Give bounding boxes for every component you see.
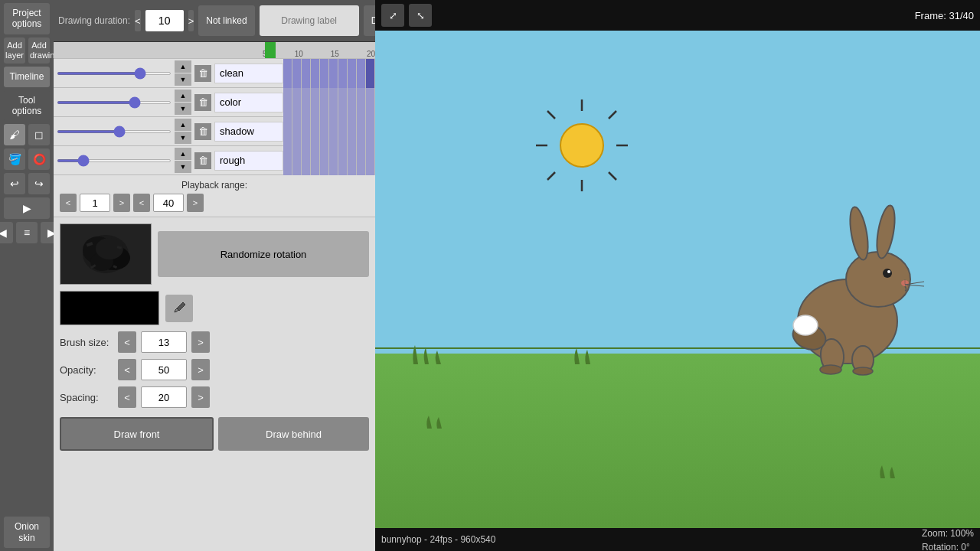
layer-rough-down-button[interactable]: ▼ bbox=[175, 161, 191, 173]
brush-texture-svg bbox=[67, 227, 144, 281]
svg-point-17 bbox=[560, 124, 603, 167]
brush-preview bbox=[60, 223, 152, 285]
onion-skin-button[interactable]: Onion skin bbox=[4, 517, 50, 548]
rotation-info: Rotation: 0° bbox=[922, 542, 970, 551]
sun-svg bbox=[532, 96, 632, 195]
brush-size-increase-button[interactable]: > bbox=[191, 331, 210, 353]
layer-shadow-timeline bbox=[283, 117, 375, 146]
layer-clean-down-button[interactable]: ▼ bbox=[175, 73, 191, 86]
draw-tools-row: 🖌 ◻ bbox=[4, 124, 50, 145]
layer-shadow-opacity-slider[interactable] bbox=[57, 130, 172, 133]
timeline-button[interactable]: Timeline bbox=[4, 67, 50, 86]
svg-point-31 bbox=[793, 315, 818, 335]
svg-point-20 bbox=[847, 206, 871, 261]
svg-point-4 bbox=[96, 238, 123, 259]
layer-rough-opacity-slider[interactable] bbox=[57, 159, 172, 162]
svg-point-33 bbox=[853, 367, 873, 375]
layers-icon-button[interactable]: ≡ bbox=[16, 222, 38, 243]
draw-behind-button[interactable]: Draw behind bbox=[218, 417, 369, 451]
tool-options-button[interactable]: Tool options bbox=[4, 90, 50, 122]
layer-clean-delete-button[interactable]: 🗑 bbox=[194, 65, 211, 82]
layer-color-delete-button[interactable]: 🗑 bbox=[194, 94, 211, 111]
layer-color-arrows: ▲ ▼ bbox=[175, 90, 191, 115]
layer-color-opacity-slider[interactable] bbox=[57, 101, 172, 104]
playback-prev-button[interactable]: < bbox=[60, 194, 77, 212]
not-linked-button[interactable]: Not linked bbox=[198, 5, 254, 36]
layer-color-controls: ▲ ▼ 🗑 bbox=[54, 90, 214, 115]
layer-color-up-button[interactable]: ▲ bbox=[175, 90, 191, 102]
layer-shadow-delete-button[interactable]: 🗑 bbox=[194, 123, 211, 140]
eyedropper-icon bbox=[172, 301, 187, 316]
canvas-bottom-bar: bunnyhop - 24fps - 960x540 Zoom: 100% Ro… bbox=[375, 528, 980, 551]
add-layer-button[interactable]: Add layer bbox=[4, 37, 25, 64]
spacing-input[interactable] bbox=[141, 386, 187, 408]
spacing-row: Spacing: < > bbox=[60, 386, 369, 408]
spacing-decrease-button[interactable]: < bbox=[118, 386, 136, 408]
canvas-view bbox=[375, 31, 980, 528]
layer-color-down-button[interactable]: ▼ bbox=[175, 103, 191, 115]
sun-container bbox=[532, 96, 595, 158]
canvas-toolbar: ⤢ ⤡ Frame: 31/40 bbox=[375, 0, 980, 31]
center-panel: Drawing duration: < > Not linked Delete … bbox=[54, 0, 375, 551]
brush-size-input[interactable] bbox=[141, 331, 187, 353]
project-options-button[interactable]: Project options bbox=[4, 3, 50, 34]
layer-shadow-down-button[interactable]: ▼ bbox=[175, 132, 191, 144]
playback-start-input[interactable] bbox=[80, 194, 110, 212]
prev-frame-button[interactable]: ◀ bbox=[0, 222, 13, 243]
brush-size-decrease-button[interactable]: < bbox=[118, 331, 136, 353]
playback-end-input[interactable] bbox=[153, 194, 184, 212]
opacity-decrease-button[interactable]: < bbox=[118, 359, 136, 380]
brush-preview-row: Randomize rotation bbox=[60, 223, 369, 285]
playback-next-button[interactable]: > bbox=[113, 194, 130, 212]
brush-size-label: Brush size: bbox=[60, 337, 113, 348]
layer-rough-up-button[interactable]: ▲ bbox=[175, 148, 191, 160]
layer-shadow-row: ▲ ▼ 🗑 shadow bbox=[54, 117, 375, 146]
duration-prev-button[interactable]: < bbox=[135, 10, 141, 31]
left-sidebar: Project options Add layer Add drawing Ti… bbox=[0, 0, 54, 551]
playback-range-end-next-button[interactable]: > bbox=[187, 194, 204, 212]
layer-rough-delete-button[interactable]: 🗑 bbox=[194, 152, 211, 169]
eraser-tool-button[interactable]: ◻ bbox=[28, 124, 50, 145]
duration-next-button[interactable]: > bbox=[188, 10, 194, 31]
layer-clean-opacity-slider[interactable] bbox=[57, 72, 172, 75]
undo-button[interactable]: ↩ bbox=[4, 173, 25, 194]
layer-shadow-arrows: ▲ ▼ bbox=[175, 119, 191, 144]
drawing-label-input[interactable] bbox=[260, 5, 359, 36]
spacing-increase-button[interactable]: > bbox=[191, 386, 210, 408]
playback-range-start-prev-button[interactable]: < bbox=[133, 194, 150, 212]
canvas-toolbar-icons: ⤢ ⤡ bbox=[381, 4, 432, 27]
draw-front-button[interactable]: Draw front bbox=[60, 417, 214, 451]
lasso-tool-button[interactable]: ⭕ bbox=[28, 148, 50, 170]
rabbit-svg bbox=[763, 203, 932, 379]
opacity-increase-button[interactable]: > bbox=[191, 359, 210, 380]
layer-color-name: color bbox=[214, 93, 283, 112]
eyedropper-button[interactable] bbox=[165, 295, 193, 322]
color-box[interactable] bbox=[60, 291, 159, 325]
redo-button[interactable]: ↪ bbox=[28, 173, 50, 194]
spacing-label: Spacing: bbox=[60, 392, 113, 403]
expand-button[interactable]: ⤢ bbox=[381, 4, 404, 27]
grass-bottom-left-svg bbox=[423, 413, 454, 429]
add-buttons-row: Add layer Add drawing bbox=[4, 37, 50, 64]
svg-line-15 bbox=[609, 111, 616, 119]
layer-clean-controls: ▲ ▼ 🗑 bbox=[54, 60, 214, 86]
fill-tool-button[interactable]: 🪣 bbox=[4, 148, 25, 170]
grass-mid-svg bbox=[569, 345, 607, 364]
opacity-input[interactable] bbox=[141, 359, 187, 380]
add-drawing-button[interactable]: Add drawing bbox=[28, 37, 50, 64]
layer-clean-row: ▲ ▼ 🗑 clean bbox=[54, 59, 375, 88]
layer-shadow-up-button[interactable]: ▲ bbox=[175, 119, 191, 131]
play-button[interactable]: ▶ bbox=[4, 197, 50, 219]
randomize-rotation-button[interactable]: Randomize rotation bbox=[158, 231, 369, 277]
layer-clean-up-button[interactable]: ▲ bbox=[175, 60, 191, 73]
brush-size-row: Brush size: < > bbox=[60, 331, 369, 353]
brush-tool-button[interactable]: 🖌 bbox=[4, 124, 25, 145]
layer-rough-controls: ▲ ▼ 🗑 bbox=[54, 148, 214, 173]
layer-color-row: ▲ ▼ 🗑 color bbox=[54, 88, 375, 117]
collapse-button[interactable]: ⤡ bbox=[409, 4, 432, 27]
duration-input[interactable] bbox=[145, 10, 184, 31]
layer-clean-name: clean bbox=[214, 64, 283, 83]
green-marker bbox=[265, 42, 276, 58]
svg-point-32 bbox=[820, 365, 841, 374]
layer-rough-arrows: ▲ ▼ bbox=[175, 148, 191, 173]
